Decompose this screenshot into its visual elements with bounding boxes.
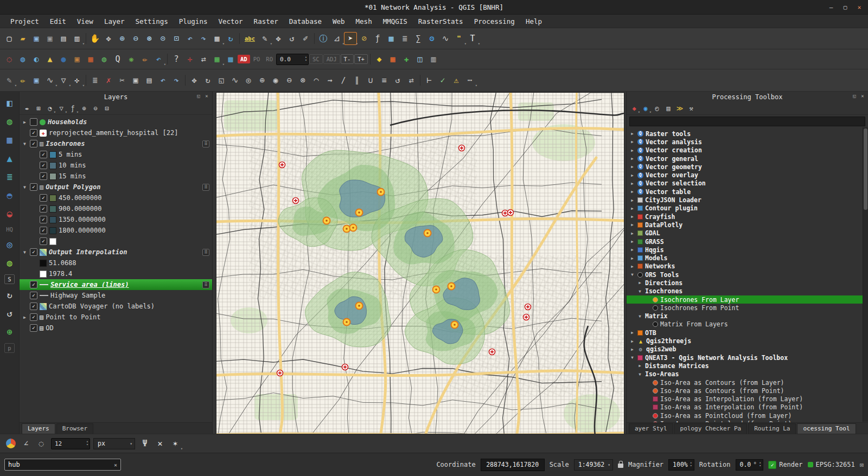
vertical-scrollbar[interactable] — [863, 127, 868, 422]
layer-indicator-badge[interactable]: ⠿ — [202, 249, 209, 256]
layer-labeling-options[interactable]: abc — [242, 34, 258, 43]
algorithm-iso-area-as-pointcloud-from-layer[interactable]: Iso-Area as Pointcloud (from Layer) — [627, 411, 868, 420]
dock-tab-ocessing-tool[interactable]: ocessing Tool — [797, 423, 856, 434]
help-contents[interactable]: ? — [170, 53, 183, 66]
unit-select[interactable]: px ▾ — [93, 438, 135, 449]
spinner-arrows[interactable]: ▴▾ — [86, 440, 88, 447]
menu-project[interactable]: Project — [5, 16, 44, 27]
menu-raster[interactable]: Raster — [249, 16, 283, 27]
label-pin[interactable]: ✎ — [258, 32, 271, 45]
statistical-summary[interactable]: ∑ — [412, 32, 425, 45]
toolbox-group-qgis2web[interactable]: ▶⚙qgis2web — [627, 345, 868, 353]
toolbox-group-otb[interactable]: ▶OTB — [627, 329, 868, 337]
expand-arrow-icon[interactable]: ▼ — [22, 250, 28, 255]
layer-visibility-checkbox[interactable]: ✓ — [30, 140, 37, 147]
layer-visibility-checkbox[interactable]: ✓ — [30, 183, 37, 191]
expand-arrow-icon[interactable]: ▶ — [629, 206, 635, 211]
layer-item-output-interpolation[interactable]: ▼✓Output Interpolation⠿ — [20, 247, 212, 258]
panel-float-icon[interactable]: ◱ — [851, 93, 858, 99]
layer-visibility-checkbox[interactable]: ✓ — [40, 205, 47, 213]
expand-all[interactable]: ⊕ — [79, 104, 89, 113]
vertex-tool[interactable]: ✜ — [71, 74, 84, 87]
expand-arrow-icon[interactable]: ▶ — [629, 156, 635, 161]
toolbox-group-vector-geometry[interactable]: ▶QVector geometry — [627, 163, 868, 171]
toolbox-group-contour-plugin[interactable]: ▶Contour plugin — [627, 204, 868, 213]
toolbox-group-vector-selection[interactable]: ▶QVector selection — [627, 179, 868, 188]
expand-arrow-icon[interactable]: ▶ — [637, 280, 643, 285]
refresh-map[interactable]: ↻ — [224, 32, 237, 45]
layer-item-point-to-point[interactable]: ▶✓▤Point to Point — [20, 312, 212, 323]
move-feature[interactable]: ✥ — [188, 74, 201, 87]
toolbox-python[interactable]: ≫ — [675, 104, 685, 113]
layer-item-cartodb-voyager-no-labels[interactable]: ✓CartoDB Voyager (no labels) — [20, 301, 212, 312]
advanced-digitizing-panel[interactable]: ∠ — [20, 437, 33, 450]
mini-map[interactable]: ▩ — [224, 53, 237, 66]
expand-arrow-icon[interactable]: ▶ — [629, 247, 635, 252]
toolbox-group-vector-table[interactable]: ▶QVector table — [627, 188, 868, 196]
new-print-layout[interactable]: ▤ — [57, 32, 70, 45]
modify-attributes[interactable]: ≣ — [88, 74, 101, 87]
add-group[interactable]: ⊞ — [34, 104, 43, 113]
toolbox-options[interactable]: ⚒ — [686, 104, 696, 113]
grass-tools[interactable]: ❋ — [125, 53, 138, 66]
expand-arrow-icon[interactable]: ▶ — [629, 173, 635, 178]
menu-edit[interactable]: Edit — [45, 16, 71, 27]
algorithm-isochrones-from-point[interactable]: Isochrones From Point — [627, 304, 868, 312]
delete-part[interactable]: ⊗ — [296, 74, 309, 87]
web-services[interactable]: ◐ — [30, 53, 43, 66]
menu-mmqgis[interactable]: MMQGIS — [378, 16, 412, 27]
render-checkbox[interactable]: ✓ Render — [768, 461, 802, 469]
layer-visibility-checkbox[interactable]: ✓ — [30, 281, 37, 288]
quickmap-services[interactable]: ● — [57, 53, 70, 66]
collapse-all[interactable]: ⊖ — [91, 104, 100, 113]
menu-processing[interactable]: Processing — [469, 16, 520, 27]
select-by-expression[interactable]: ƒ — [371, 32, 384, 45]
measure-line[interactable]: ⊿ — [330, 32, 343, 45]
add-mesh-layer[interactable]: ▲ — [2, 151, 17, 166]
manage-map-themes[interactable]: ◔ — [45, 104, 55, 113]
spinner-arrows[interactable]: ▴▾ — [305, 56, 307, 62]
osm-downloader[interactable]: ◍ — [98, 53, 111, 66]
quickosm-plugin[interactable]: ◍ — [2, 256, 17, 271]
coordinate-input[interactable] — [481, 459, 545, 471]
undo-edit[interactable]: ↶ — [156, 74, 169, 87]
toolbox-group-dataplotly[interactable]: ▶DataPlotly — [627, 221, 868, 229]
toolbox-group-iso-areas[interactable]: ▼Iso-Areas — [627, 370, 868, 378]
open-layer-styling[interactable]: ✒ — [22, 104, 32, 113]
tracing-toggle[interactable]: ◌ — [35, 437, 48, 450]
osm-place-search[interactable]: ◌ — [3, 53, 16, 66]
text-smaller[interactable]: T- — [341, 54, 354, 64]
more-digitizing-tools[interactable]: ⋯ — [463, 74, 476, 87]
locator-clear-icon[interactable]: ✕ — [113, 462, 118, 468]
locator-input[interactable] — [7, 460, 113, 469]
ro-label[interactable]: RO — [263, 55, 276, 63]
messages-icon[interactable]: ✉ — [860, 461, 864, 468]
toolbox-group-ors-tools[interactable]: ▼ORS Tools — [627, 271, 868, 279]
expand-arrow-icon[interactable]: ▶ — [629, 139, 635, 144]
layer-visibility-checkbox[interactable]: ✓ — [40, 172, 47, 180]
menu-rasterstats[interactable]: RasterStats — [413, 16, 468, 27]
expand-arrow-icon[interactable]: ▶ — [629, 330, 635, 335]
star-marker[interactable]: ✶ — [169, 437, 182, 450]
layer-item-highway-sample[interactable]: ✓Highway Sample — [20, 290, 212, 301]
expand-arrow-icon[interactable]: ▶ — [629, 164, 635, 169]
reload-plugin[interactable]: ↺ — [2, 306, 17, 321]
panel-close-icon[interactable]: ✕ — [859, 93, 866, 99]
layer-visibility-checkbox[interactable]: ✓ — [30, 129, 37, 137]
layer-item-15-mins[interactable]: ✓15 mins — [20, 171, 212, 182]
rotation-spinner[interactable]: 0.0 ° ▴▾ — [736, 459, 764, 471]
toolbox-group-directions[interactable]: ▶Directions — [627, 279, 868, 287]
new-map-view[interactable]: ▦ — [210, 32, 224, 45]
open-project[interactable]: ▰ — [16, 32, 29, 45]
expand-arrow-icon[interactable]: ▼ — [629, 355, 635, 360]
place-marker-plugin[interactable]: p — [4, 343, 14, 353]
expand-arrow-icon[interactable]: ▶ — [629, 189, 635, 194]
scrollbar-thumb[interactable] — [864, 128, 867, 210]
expand-arrow-icon[interactable]: ▶ — [629, 231, 635, 236]
refresh-layers[interactable]: ↻ — [2, 288, 17, 303]
undo-action[interactable]: ↶ — [152, 53, 165, 66]
expand-arrow-icon[interactable]: ▶ — [629, 181, 635, 186]
toggle-editing[interactable]: ✏ — [16, 74, 29, 87]
menu-mesh[interactable]: Mesh — [351, 16, 377, 27]
sampling-tool[interactable]: S — [4, 274, 14, 284]
